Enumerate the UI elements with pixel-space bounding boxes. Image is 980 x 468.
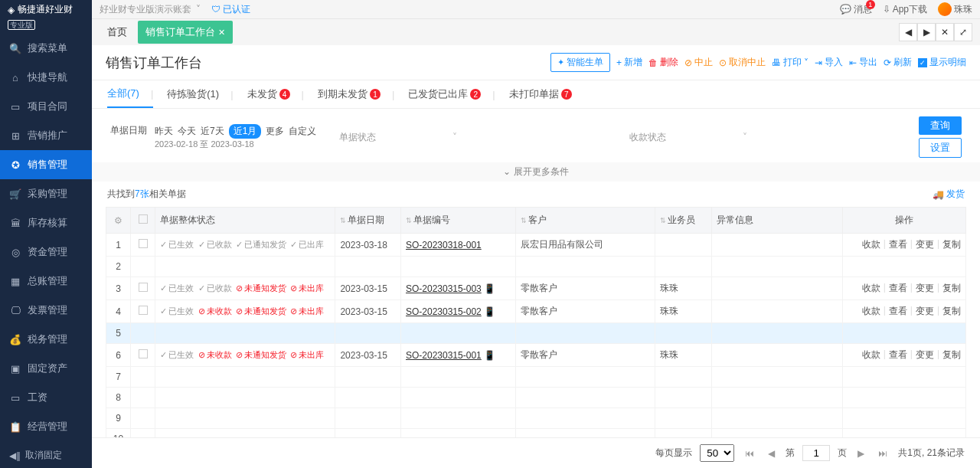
- date-last1m[interactable]: 近1月: [229, 124, 262, 139]
- row-checkbox[interactable]: [139, 239, 148, 248]
- sidebar-item-10[interactable]: 💰税务管理: [0, 325, 92, 354]
- row-modify[interactable]: 变更: [916, 282, 934, 295]
- sidebar-unpin[interactable]: ◀‖ 取消固定: [0, 443, 92, 468]
- user-menu[interactable]: 珠珠: [938, 2, 972, 16]
- row-view[interactable]: 查看: [889, 282, 907, 295]
- doc-status-select[interactable]: 单据状态 ˅: [339, 131, 606, 144]
- sort-icon[interactable]: ⇅: [660, 217, 666, 224]
- row-copy[interactable]: 复制: [942, 305, 961, 318]
- row-modify[interactable]: 变更: [916, 238, 934, 251]
- row-copy[interactable]: 复制: [942, 349, 961, 362]
- pager-page-input[interactable]: [802, 445, 830, 461]
- company-selector[interactable]: 好业财专业版演示账套 ˅: [100, 3, 201, 16]
- doc-no-link[interactable]: SO-20230315-002: [406, 306, 482, 317]
- table-row[interactable]: 8: [106, 388, 966, 408]
- add-button[interactable]: +新增: [616, 56, 642, 69]
- col-date[interactable]: 单据日期: [348, 214, 384, 225]
- table-row[interactable]: 10: [106, 429, 966, 438]
- expand-filters[interactable]: ⌄ 展开更多条件: [92, 162, 980, 182]
- col-exception[interactable]: 异常信息: [717, 214, 753, 225]
- subtab-5[interactable]: 未打印单据7: [509, 80, 572, 108]
- sidebar-item-1[interactable]: ⌂快捷导航: [0, 63, 92, 92]
- messages-button[interactable]: 💬 消息 1: [840, 3, 872, 16]
- pager-first[interactable]: ⏮: [742, 448, 757, 459]
- row-view[interactable]: 查看: [889, 349, 907, 362]
- sidebar-item-3[interactable]: ⊞营销推广: [0, 121, 92, 150]
- ship-button[interactable]: 🚚发货: [933, 188, 965, 201]
- sidebar-item-8[interactable]: ▦总账管理: [0, 267, 92, 296]
- row-modify[interactable]: 变更: [916, 349, 934, 362]
- row-modify[interactable]: 变更: [916, 305, 934, 318]
- date-last7[interactable]: 近7天: [201, 125, 224, 138]
- row-view[interactable]: 查看: [889, 305, 907, 318]
- date-custom[interactable]: 自定义: [289, 125, 316, 138]
- col-status[interactable]: 单据整体状态: [160, 214, 215, 225]
- table-row[interactable]: 5: [106, 323, 966, 344]
- sidebar-item-9[interactable]: 🖵发票管理: [0, 296, 92, 325]
- date-today[interactable]: 今天: [178, 125, 196, 138]
- subtab-0[interactable]: 全部(7)|: [107, 80, 153, 108]
- abort-button[interactable]: ⊘中止: [684, 56, 713, 69]
- tab-close-icon[interactable]: ✕: [218, 28, 225, 38]
- sidebar-item-0[interactable]: 🔍搜索菜单: [0, 34, 92, 63]
- gear-icon[interactable]: ⚙: [114, 215, 122, 226]
- tab-expand[interactable]: ⤢: [954, 23, 972, 41]
- receipt-status-select[interactable]: 收款状态 ˅: [629, 131, 896, 144]
- row-checkbox[interactable]: [139, 306, 148, 315]
- delete-button[interactable]: 🗑删除: [648, 56, 678, 69]
- print-button[interactable]: 🖶打印˅: [772, 56, 808, 69]
- pager-prev[interactable]: ◀: [765, 448, 778, 459]
- sidebar-item-12[interactable]: ▭工资: [0, 383, 92, 412]
- select-all-checkbox[interactable]: [139, 214, 148, 224]
- table-row[interactable]: 9: [106, 408, 966, 429]
- table-row[interactable]: 7: [106, 367, 966, 388]
- subtab-1[interactable]: 待拣验货(1)|: [167, 80, 233, 108]
- row-collect[interactable]: 收款: [862, 238, 880, 251]
- sort-icon[interactable]: ⇅: [406, 217, 412, 224]
- subtab-3[interactable]: 到期未发货1|: [318, 80, 394, 108]
- table-row[interactable]: 1 ✓已生效 ✓已收款 ✓已通知发货 ✓已出库 2023-03-18 SO-20…: [106, 234, 966, 257]
- app-download-button[interactable]: ⇩ App下载: [883, 3, 927, 16]
- col-docno[interactable]: 单据编号: [413, 214, 450, 225]
- tab[interactable]: 首页: [100, 21, 135, 44]
- row-copy[interactable]: 复制: [942, 282, 961, 295]
- doc-no-link[interactable]: SO-20230315-001: [406, 350, 482, 361]
- table-row[interactable]: 4 ✓已生效 ⊘未收款 ⊘未通知发货 ⊘未出库 2023-03-15 SO-20…: [106, 300, 966, 323]
- show-detail-toggle[interactable]: ✓显示明细: [918, 56, 966, 69]
- refresh-button[interactable]: ⟳刷新: [884, 56, 912, 69]
- tab-prev[interactable]: ◀: [899, 23, 917, 41]
- tab-next[interactable]: ▶: [917, 23, 936, 41]
- cancel-abort-button[interactable]: ⊙取消中止: [719, 56, 766, 69]
- sidebar-item-6[interactable]: 🏛库存核算: [0, 208, 92, 237]
- row-checkbox[interactable]: [139, 283, 148, 292]
- subtab-2[interactable]: 未发货4|: [247, 80, 304, 108]
- row-checkbox[interactable]: [139, 349, 148, 358]
- table-row[interactable]: 6 ✓已生效 ⊘未收款 ⊘未通知发货 ⊘未出库 2023-03-15 SO-20…: [106, 344, 966, 367]
- date-more[interactable]: 更多: [266, 125, 284, 138]
- subtab-4[interactable]: 已发货已出库2|: [408, 80, 495, 108]
- export-button[interactable]: ⇤导出: [849, 56, 877, 69]
- sidebar-item-4[interactable]: ✪销售管理: [0, 150, 92, 179]
- sidebar-item-2[interactable]: ▭项目合同: [0, 92, 92, 121]
- pager-next[interactable]: ▶: [854, 448, 867, 459]
- sidebar-item-5[interactable]: 🛒采购管理: [0, 179, 92, 208]
- row-copy[interactable]: 复制: [942, 238, 961, 251]
- date-yesterday[interactable]: 昨天: [155, 125, 173, 138]
- smart-generate-button[interactable]: ✦智能生单: [550, 53, 610, 72]
- row-collect[interactable]: 收款: [862, 282, 880, 295]
- doc-no-link[interactable]: SO-20230318-001: [406, 240, 482, 250]
- sort-icon[interactable]: ⇅: [340, 217, 346, 224]
- query-button[interactable]: 查询: [919, 116, 962, 135]
- table-row[interactable]: 3 ✓已生效 ✓已收款 ⊘未通知发货 ⊘未出库 2023-03-15 SO-20…: [106, 277, 966, 300]
- sidebar-item-13[interactable]: 📋经营管理: [0, 412, 92, 441]
- col-salesperson[interactable]: 业务员: [668, 214, 695, 225]
- table-row[interactable]: 2: [106, 257, 966, 277]
- col-customer[interactable]: 客户: [528, 214, 547, 225]
- tab[interactable]: 销售订单工作台✕: [138, 21, 233, 44]
- per-page-select[interactable]: 50: [700, 444, 734, 462]
- sidebar-item-7[interactable]: ◎资金管理: [0, 237, 92, 267]
- sort-icon[interactable]: ⇅: [521, 217, 527, 224]
- sidebar-item-11[interactable]: ▣固定资产: [0, 354, 92, 383]
- row-collect[interactable]: 收款: [862, 349, 880, 362]
- pager-last[interactable]: ⏭: [875, 448, 890, 459]
